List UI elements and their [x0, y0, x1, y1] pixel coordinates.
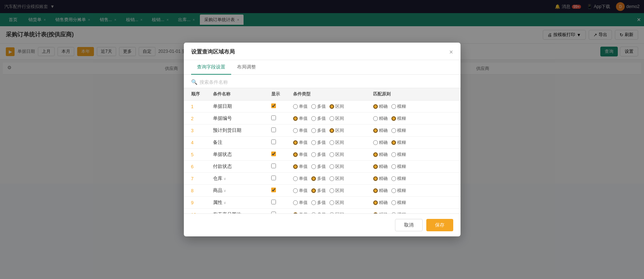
search-input[interactable] [199, 79, 272, 85]
row-name-4: 备注 [213, 139, 271, 146]
row-name-1: 单据日期 [213, 103, 271, 110]
dialog-table-header: 顺序 条件名称 显示 条件类型 匹配原则 [184, 88, 461, 101]
settings-dialog: 设置查询区域布局 × 查询字段设置 布局调整 🔍 顺序 条件名称 显示 条件类型 [184, 43, 461, 184]
row-checkbox-1[interactable] [271, 103, 276, 108]
row-name-3: 预计到货日期 [213, 127, 271, 134]
match-radio-fuzzy-3[interactable]: 模糊 [391, 140, 406, 146]
table-row: 6付款状态单值多值区间精确模糊 [184, 161, 461, 173]
dialog-overlay: 设置查询区域布局 × 查询字段设置 布局调整 🔍 顺序 条件名称 显示 条件类型 [0, 0, 644, 184]
row-name-5: 单据状态 [213, 151, 271, 158]
row-type-cell-1: 单值多值区间 [293, 103, 373, 110]
radio-single-1[interactable]: 单值 [293, 115, 308, 122]
row-num-1: 1 [191, 104, 213, 109]
radio-single-4[interactable]: 单值 [293, 152, 308, 158]
radio-single-0[interactable]: 单值 [293, 103, 308, 110]
row-type-cell-5: 单值多值区间 [293, 152, 373, 158]
radio-single-3[interactable]: 单值 [293, 140, 308, 146]
radio-single-6[interactable]: 单值 [293, 176, 308, 182]
radio-range-1[interactable]: 区间 [329, 115, 344, 122]
radio-range-2[interactable]: 区间 [329, 127, 344, 134]
radio-multi-1[interactable]: 多值 [311, 115, 326, 122]
radio-single-2[interactable]: 单值 [293, 127, 308, 134]
radio-single-5[interactable]: 单值 [293, 164, 308, 170]
dialog-table: 顺序 条件名称 显示 条件类型 匹配原则 1单据日期单值多值区间精确模糊2单据编… [184, 88, 461, 184]
row-checkbox-6[interactable] [271, 164, 276, 168]
table-row: 7仓库 ∨单值多值区间精确模糊 [184, 173, 461, 184]
dialog-close-button[interactable]: × [449, 49, 453, 55]
dialog-tabs: 查询字段设置 布局调整 [184, 60, 461, 75]
dialog-tab-query-fields[interactable]: 查询字段设置 [191, 60, 231, 75]
row-checkbox-cell-4 [271, 140, 293, 145]
row-checkbox-cell-6 [271, 164, 293, 169]
dialog-header: 设置查询区域布局 × [184, 43, 461, 60]
radio-range-4[interactable]: 区间 [329, 152, 344, 158]
row-name-7: 仓库 ∨ [213, 175, 271, 182]
row-checkbox-3[interactable] [271, 127, 276, 132]
row-checkbox-cell-2 [271, 115, 293, 121]
match-radio-fuzzy-1[interactable]: 模糊 [391, 115, 406, 122]
dialog-table-body: 1单据日期单值多值区间精确模糊2单据编号单值多值区间精确模糊3预计到货日期单值多… [184, 101, 461, 184]
radio-multi-0[interactable]: 多值 [311, 103, 326, 110]
match-radio-fuzzy-6[interactable]: 模糊 [391, 176, 406, 182]
row-checkbox-7[interactable] [271, 176, 276, 180]
row-match-cell-7: 精确模糊 [373, 176, 446, 182]
match-radio-exact-6[interactable]: 精确 [373, 176, 388, 182]
search-icon: 🔍 [191, 79, 197, 85]
dialog-tab-layout[interactable]: 布局调整 [231, 60, 262, 75]
row-match-cell-2: 精确模糊 [373, 115, 446, 122]
radio-multi-2[interactable]: 多值 [311, 127, 326, 134]
row-name-2: 单据编号 [213, 115, 271, 122]
row-match-cell-6: 精确模糊 [373, 164, 446, 170]
match-radio-fuzzy-4[interactable]: 模糊 [391, 152, 406, 158]
row-num-5: 5 [191, 152, 213, 157]
radio-multi-6[interactable]: 多值 [311, 176, 326, 182]
row-type-cell-7: 单值多值区间 [293, 176, 373, 182]
row-match-cell-4: 精确模糊 [373, 140, 446, 146]
match-radio-fuzzy-0[interactable]: 模糊 [391, 103, 406, 110]
row-num-4: 4 [191, 140, 213, 145]
radio-range-3[interactable]: 区间 [329, 140, 344, 146]
radio-range-6[interactable]: 区间 [329, 176, 344, 182]
row-num-3: 3 [191, 128, 213, 133]
row-match-cell-5: 精确模糊 [373, 152, 446, 158]
row-match-cell-3: 精确模糊 [373, 127, 446, 134]
match-radio-exact-3[interactable]: 精确 [373, 140, 388, 146]
table-row: 4备注单值多值区间精确模糊 [184, 137, 461, 149]
row-num-6: 6 [191, 164, 213, 169]
dialog-title: 设置查询区域布局 [191, 48, 235, 55]
row-checkbox-5[interactable] [271, 152, 276, 156]
radio-range-5[interactable]: 区间 [329, 164, 344, 170]
row-checkbox-cell-5 [271, 152, 293, 157]
match-radio-exact-1[interactable]: 精确 [373, 115, 388, 122]
match-radio-exact-4[interactable]: 精确 [373, 152, 388, 158]
row-num-7: 7 [191, 176, 213, 181]
radio-multi-3[interactable]: 多值 [311, 140, 326, 146]
match-radio-exact-5[interactable]: 精确 [373, 164, 388, 170]
match-radio-exact-2[interactable]: 精确 [373, 127, 388, 134]
row-num-2: 2 [191, 116, 213, 121]
table-row: 5单据状态单值多值区间精确模糊 [184, 149, 461, 161]
table-row: 3预计到货日期单值多值区间精确模糊 [184, 125, 461, 137]
row-checkbox-cell-7 [271, 176, 293, 181]
row-type-cell-2: 单值多值区间 [293, 115, 373, 122]
dialog-search-area: 🔍 [184, 75, 461, 88]
row-type-cell-3: 单值多值区间 [293, 127, 373, 134]
row-match-cell-1: 精确模糊 [373, 103, 446, 110]
radio-multi-5[interactable]: 多值 [311, 164, 326, 170]
row-checkbox-cell-3 [271, 127, 293, 133]
row-type-cell-6: 单值多值区间 [293, 164, 373, 170]
match-radio-fuzzy-5[interactable]: 模糊 [391, 164, 406, 170]
table-row: 1单据日期单值多值区间精确模糊 [184, 101, 461, 113]
radio-range-0[interactable]: 区间 [329, 103, 344, 110]
radio-multi-4[interactable]: 多值 [311, 152, 326, 158]
row-checkbox-cell-1 [271, 103, 293, 109]
match-radio-exact-0[interactable]: 精确 [373, 103, 388, 110]
table-row: 2单据编号单值多值区间精确模糊 [184, 113, 461, 125]
row-checkbox-4[interactable] [271, 140, 276, 144]
match-radio-fuzzy-2[interactable]: 模糊 [391, 127, 406, 134]
row-name-6: 付款状态 [213, 163, 271, 170]
row-type-cell-4: 单值多值区间 [293, 140, 373, 146]
row-checkbox-2[interactable] [271, 115, 276, 120]
expand-icon[interactable]: ∨ [224, 177, 226, 181]
